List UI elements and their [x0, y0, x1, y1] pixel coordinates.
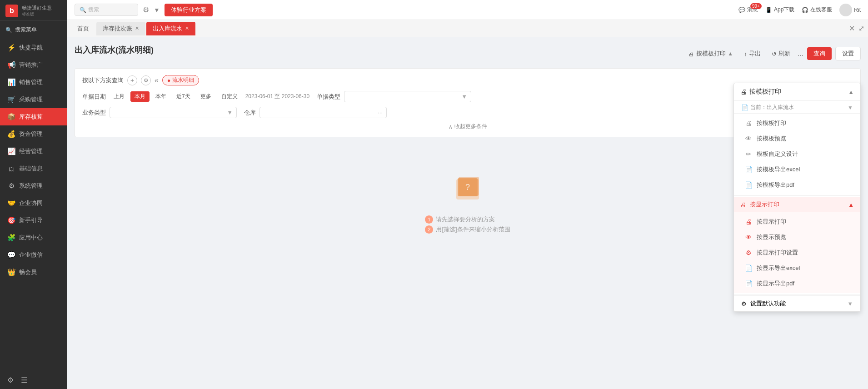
display-print-item[interactable]: 🖨 按显示打印: [734, 214, 860, 229]
sidebar-item-label: 基础信息: [19, 165, 43, 173]
display-export-excel-item[interactable]: 📄 按显示导出excel: [734, 260, 860, 276]
topbar-settings-icon[interactable]: ⚙: [143, 5, 149, 14]
search-menu-item[interactable]: 🔍 搜索菜单: [5, 24, 62, 35]
sidebar: b 畅捷通好生意 标准版 🔍 搜索菜单 ⚡ 快捷导航 📢 营销推广 📊 销售管理…: [0, 0, 67, 389]
refresh-icon: ↺: [772, 50, 777, 57]
online-service-button[interactable]: 🎧 在线客服: [802, 6, 832, 14]
tab-home[interactable]: 首页: [71, 22, 95, 35]
sidebar-item-purchase[interactable]: 🛒 采购管理: [0, 91, 67, 108]
tabbar-right: ✕ ⤢: [849, 24, 864, 33]
date-btn-more[interactable]: 更多: [196, 91, 215, 102]
template-print-item[interactable]: 🖨 按模板打印: [734, 115, 860, 131]
sidebar-item-newbie[interactable]: 🎯 新手引导: [0, 212, 67, 229]
topbar-dropdown-icon[interactable]: ▼: [154, 6, 160, 14]
date-btn-this-month[interactable]: 本月: [130, 91, 150, 102]
display-print-section-label: 🖨 按显示打印: [740, 200, 779, 209]
warehouse-select[interactable]: ···: [259, 107, 387, 118]
phone-icon: 📱: [765, 7, 772, 13]
system-icon: ⚙: [7, 182, 15, 190]
sidebar-item-system[interactable]: ⚙ 系统管理: [0, 177, 67, 194]
dropdown-title: 🖨 按模板打印: [740, 88, 781, 96]
footer-arrow: ▼: [847, 300, 853, 307]
dropdown-collapse-icon[interactable]: ▲: [848, 89, 854, 95]
filter-setting-button[interactable]: ⚙: [141, 75, 151, 85]
sidebar-item-label: 应用中心: [19, 234, 43, 242]
sidebar-item-wechat[interactable]: 💬 企业微信: [0, 246, 67, 264]
collapse-menu-icon[interactable]: ☰: [21, 376, 27, 384]
industry-solution-button[interactable]: 体验行业方案: [165, 4, 213, 16]
export-icon: ↑: [744, 50, 747, 57]
date-btn-this-year[interactable]: 本年: [151, 91, 170, 102]
sidebar-item-base[interactable]: 🗂 基础信息: [0, 160, 67, 177]
query-button[interactable]: 查询: [807, 47, 832, 60]
filter-label: 按以下方案查询: [82, 76, 124, 85]
tab-batch-account[interactable]: 库存批次账 ✕: [96, 22, 145, 35]
sidebar-item-sales[interactable]: 📊 销售管理: [0, 74, 67, 91]
filter-add-button[interactable]: +: [127, 75, 137, 85]
template-export-excel-label: 按模板导出excel: [757, 165, 800, 174]
settings-icon[interactable]: ⚙: [7, 376, 14, 384]
print-title-icon: 🖨: [740, 88, 747, 95]
topbar: 🔍 搜索 ⚙ ▼ 体验行业方案 💬 消息 99+ 📱 App下载 🎧 在线客服: [67, 0, 868, 20]
sidebar-item-label: 营销推广: [19, 61, 43, 69]
tab-inout-flow-close[interactable]: ✕: [185, 25, 189, 31]
tab-inout-flow[interactable]: 出入库流水 ✕: [146, 22, 195, 35]
template-export-excel-item[interactable]: 📄 按模板导出excel: [734, 162, 860, 177]
template-design-item[interactable]: ✏ 模板自定义设计: [734, 146, 860, 162]
filter-collapse-icon[interactable]: «: [155, 76, 159, 85]
message-button[interactable]: 💬 消息 99+: [738, 6, 758, 14]
sidebar-item-appstore[interactable]: 🧩 应用中心: [0, 229, 67, 246]
template-preview-label: 按模板预览: [757, 135, 786, 143]
app-download-button[interactable]: 📱 App下载: [765, 6, 794, 14]
expand-window-icon[interactable]: ⤢: [858, 24, 864, 33]
settings-button[interactable]: 设置: [835, 47, 861, 60]
sales-icon: 📊: [7, 78, 15, 86]
topbar-search-icon: 🔍: [80, 7, 86, 13]
sidebar-search-section[interactable]: 🔍 搜索菜单: [0, 20, 67, 39]
template-preview-icon: 👁: [745, 135, 752, 142]
sidebar-item-quick-nav[interactable]: ⚡ 快捷导航: [0, 39, 67, 56]
refresh-button[interactable]: ↺ 刷新: [768, 48, 794, 60]
tab-home-label: 首页: [77, 25, 89, 33]
date-btn-7days[interactable]: 近7天: [172, 91, 195, 102]
template-preview-item[interactable]: 👁 按模板预览: [734, 131, 860, 146]
dropdown-footer[interactable]: ⚙ 设置默认功能 ▼: [734, 295, 860, 311]
topbar-search[interactable]: 🔍 搜索: [75, 4, 138, 16]
tab-batch-account-label: 库存批次账: [103, 25, 132, 33]
close-window-icon[interactable]: ✕: [849, 24, 855, 33]
display-print-section-header[interactable]: 🖨 按显示打印 ▲: [734, 197, 860, 212]
search-icon: 🔍: [5, 27, 12, 33]
sidebar-item-operations[interactable]: 📈 经营管理: [0, 143, 67, 160]
newbie-icon: 🎯: [7, 216, 15, 224]
user-menu[interactable]: Rit: [839, 4, 861, 16]
display-export-pdf-item[interactable]: 📄 按显示导出pdf: [734, 276, 860, 291]
date-btn-custom[interactable]: 自定义: [217, 91, 242, 102]
date-btn-last-month[interactable]: 上月: [110, 91, 129, 102]
export-button[interactable]: ↑ 导出: [740, 48, 764, 60]
collapse-button[interactable]: ∧ 收起更多条件: [449, 123, 487, 130]
display-print-settings-item[interactable]: ⚙ 按显示打印设置: [734, 245, 860, 260]
tab-batch-account-close[interactable]: ✕: [135, 25, 139, 31]
more-options-button[interactable]: ...: [798, 50, 803, 58]
sidebar-item-corp[interactable]: 🤝 企业协同: [0, 194, 67, 212]
dropdown-header: 🖨 按模板打印 ▲: [734, 83, 860, 101]
sidebar-item-inventory[interactable]: 📦 库存核算: [0, 108, 67, 125]
template-export-pdf-item[interactable]: 📄 按模板导出pdf: [734, 177, 860, 193]
inventory-icon: 📦: [7, 113, 15, 121]
toolbar-right: 🖨 按模板打印 ▲ ↑ 导出 ↺ 刷新 ... 查询 设置: [685, 47, 861, 60]
print-button[interactable]: 🖨 按模板打印 ▲: [685, 48, 737, 60]
filter-warehouse-item: 仓库 ···: [244, 107, 387, 118]
filter-tag-flow-detail[interactable]: ● 流水明细: [162, 75, 199, 85]
display-preview-item[interactable]: 👁 按显示预览: [734, 229, 860, 245]
voucher-type-select[interactable]: ▼: [344, 91, 471, 102]
sidebar-item-finance[interactable]: 💰 资金管理: [0, 125, 67, 143]
template-design-label: 模板自定义设计: [757, 150, 798, 158]
tabbar: 首页 库存批次账 ✕ 出入库流水 ✕ ✕ ⤢: [67, 20, 868, 37]
dropdown-current: 📄 当前：出入库流水 ▼: [734, 101, 860, 114]
sidebar-item-member[interactable]: 👑 畅会员: [0, 264, 67, 281]
sidebar-item-label: 经营管理: [19, 147, 43, 155]
business-type-label: 业务类型: [82, 109, 106, 117]
sidebar-item-label: 库存核算: [19, 113, 43, 121]
business-type-select[interactable]: ▼: [110, 107, 237, 118]
sidebar-item-marketing[interactable]: 📢 营销推广: [0, 56, 67, 74]
